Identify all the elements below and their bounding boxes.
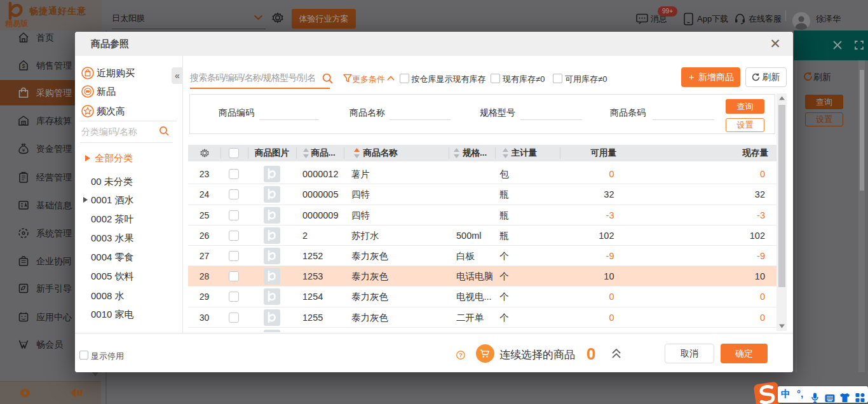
svg-text:?: ? (459, 352, 463, 358)
svg-text:$: $ (22, 63, 25, 69)
svg-text:¥: ¥ (22, 147, 25, 153)
